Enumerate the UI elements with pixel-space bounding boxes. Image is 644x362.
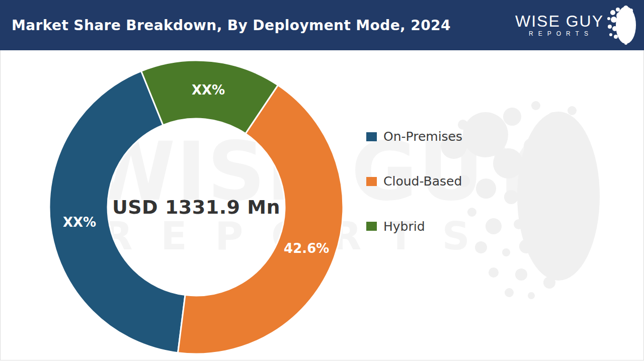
chart-center-value: USD 1331.9 Mn xyxy=(112,196,280,218)
brand-name: WISE GUY xyxy=(515,13,604,30)
segment-label-on-premises: XX% xyxy=(63,215,96,230)
brand-logo-text: WISE GUY REPORTS xyxy=(515,13,604,38)
chart-legend: On-PremisesCloud-BasedHybrid xyxy=(366,129,462,234)
page-title: Market Share Breakdown, By Deployment Mo… xyxy=(12,17,451,34)
segment-label-hybrid: XX% xyxy=(192,82,225,98)
brand-logo: WISE GUY REPORTS xyxy=(515,5,637,46)
header-bar: Market Share Breakdown, By Deployment Mo… xyxy=(0,0,644,50)
legend-label-on-premises: On-Premises xyxy=(383,129,462,144)
legend-item-hybrid: Hybrid xyxy=(366,219,462,234)
segment-label-cloud-based: 42.6% xyxy=(284,241,329,256)
legend-item-cloud-based: Cloud-Based xyxy=(366,173,462,189)
legend-label-cloud-based: Cloud-Based xyxy=(383,173,462,189)
donut-segment-cloud-based xyxy=(178,85,343,354)
legend-item-on-premises: On-Premises xyxy=(366,129,462,144)
legend-label-hybrid: Hybrid xyxy=(383,219,425,234)
watermark-dots xyxy=(441,101,600,299)
legend-swatch-hybrid xyxy=(366,222,377,231)
brand-head-icon xyxy=(606,5,637,46)
legend-swatch-cloud-based xyxy=(366,177,377,186)
legend-swatch-on-premises xyxy=(366,132,377,141)
brand-subname: REPORTS xyxy=(526,30,593,37)
